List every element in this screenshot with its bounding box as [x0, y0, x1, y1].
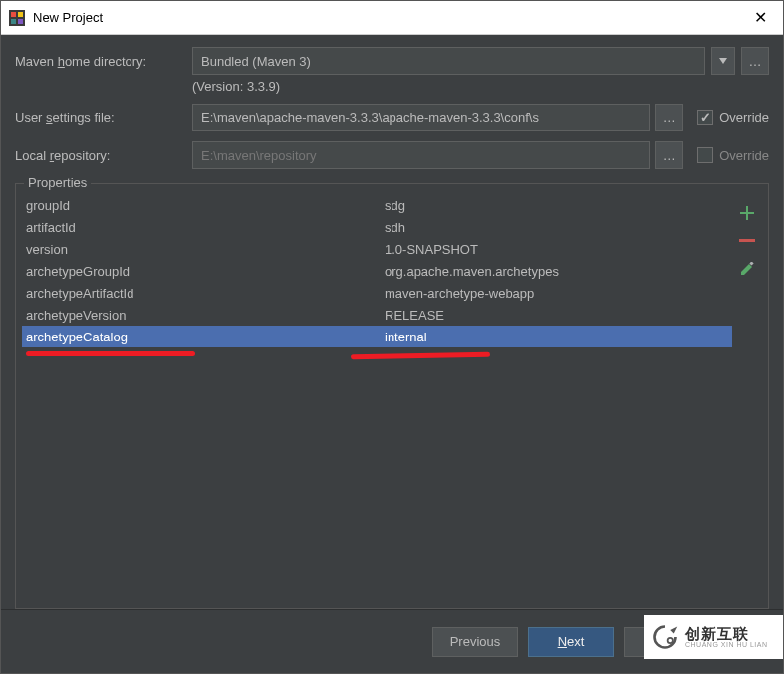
table-row[interactable]: archetypeVersionRELEASE	[22, 304, 732, 326]
property-key: archetypeGroupId	[22, 264, 381, 279]
local-repo-row: Local repository: … Override	[15, 141, 769, 169]
svg-rect-1	[11, 12, 16, 17]
settings-override-checkbox[interactable]	[697, 110, 713, 125]
maven-home-browse-button[interactable]: …	[741, 47, 769, 75]
edit-property-button[interactable]	[738, 260, 756, 278]
property-value: maven-archetype-webapp	[381, 286, 732, 301]
maven-home-value: Bundled (Maven 3)	[201, 54, 311, 69]
local-repo-label: Local repository:	[15, 148, 192, 163]
maven-home-combo[interactable]: Bundled (Maven 3)	[192, 47, 705, 75]
property-key: archetypeVersion	[22, 308, 381, 323]
version-note: (Version: 3.3.9)	[192, 79, 769, 94]
button-bar: Previous Next Cancel 创新互联 CHUANG XIN HU …	[1, 609, 783, 673]
maven-home-row: Maven home directory: Bundled (Maven 3) …	[15, 47, 769, 75]
local-repo-browse-button[interactable]: …	[655, 141, 683, 169]
app-icon	[9, 10, 25, 26]
content-area: Maven home directory: Bundled (Maven 3) …	[1, 35, 783, 609]
table-row[interactable]: version1.0-SNAPSHOT	[22, 238, 732, 260]
next-button[interactable]: Next	[528, 627, 614, 657]
remove-property-button[interactable]	[738, 232, 756, 250]
local-repo-input[interactable]	[192, 141, 650, 169]
new-project-window: New Project ✕ Maven home directory: Bund…	[0, 0, 784, 674]
window-title: New Project	[33, 10, 746, 25]
properties-table[interactable]: groupIdsdgartifactIdsdhversion1.0-SNAPSH…	[22, 194, 732, 602]
property-value: org.apache.maven.archetypes	[381, 264, 732, 279]
settings-override-label: Override	[719, 111, 769, 125]
watermark: 创新互联 CHUANG XIN HU LIAN	[644, 615, 783, 659]
property-key: groupId	[22, 198, 381, 213]
properties-side-toolbar	[732, 194, 762, 602]
maven-home-label: Maven home directory:	[15, 54, 192, 69]
annotation-underline-val	[351, 352, 490, 359]
property-key: version	[22, 242, 381, 257]
table-row[interactable]: archetypeGroupIdorg.apache.maven.archety…	[22, 260, 732, 282]
annotation-underline-key	[26, 351, 195, 356]
previous-button[interactable]: Previous	[432, 627, 518, 657]
local-repo-override-label: Override	[719, 148, 769, 163]
table-row[interactable]: archetypeCataloginternal	[22, 326, 732, 347]
maven-home-dropdown-arrow[interactable]	[711, 47, 735, 75]
properties-group: Properties groupIdsdgartifactIdsdhversio…	[15, 183, 769, 609]
property-key: archetypeArtifactId	[22, 286, 381, 301]
table-row[interactable]: groupIdsdg	[22, 194, 732, 216]
svg-rect-3	[11, 19, 16, 24]
add-property-button[interactable]	[738, 204, 756, 222]
watermark-main: 创新互联	[685, 626, 768, 641]
local-repo-override-checkbox[interactable]	[697, 147, 713, 163]
svg-point-7	[668, 638, 673, 643]
settings-file-label: User settings file:	[15, 111, 192, 125]
titlebar: New Project ✕	[1, 1, 783, 35]
table-row[interactable]: artifactIdsdh	[22, 216, 732, 238]
watermark-logo-icon	[652, 623, 679, 651]
svg-rect-5	[739, 239, 755, 242]
table-row[interactable]: archetypeArtifactIdmaven-archetype-webap…	[22, 282, 732, 304]
property-value: sdg	[381, 198, 732, 213]
property-value: sdh	[381, 220, 732, 235]
property-key: archetypeCatalog	[22, 330, 381, 344]
settings-file-input[interactable]	[192, 104, 650, 131]
close-button[interactable]: ✕	[746, 8, 775, 27]
property-value: 1.0-SNAPSHOT	[381, 242, 732, 257]
watermark-sub: CHUANG XIN HU LIAN	[685, 641, 768, 648]
svg-rect-2	[18, 12, 23, 17]
property-value: internal	[381, 330, 732, 344]
property-key: artifactId	[22, 220, 381, 235]
settings-file-browse-button[interactable]: …	[655, 104, 683, 131]
property-value: RELEASE	[381, 308, 732, 323]
svg-rect-4	[18, 19, 23, 24]
settings-file-row: User settings file: … Override	[15, 104, 769, 131]
properties-legend: Properties	[24, 175, 91, 190]
